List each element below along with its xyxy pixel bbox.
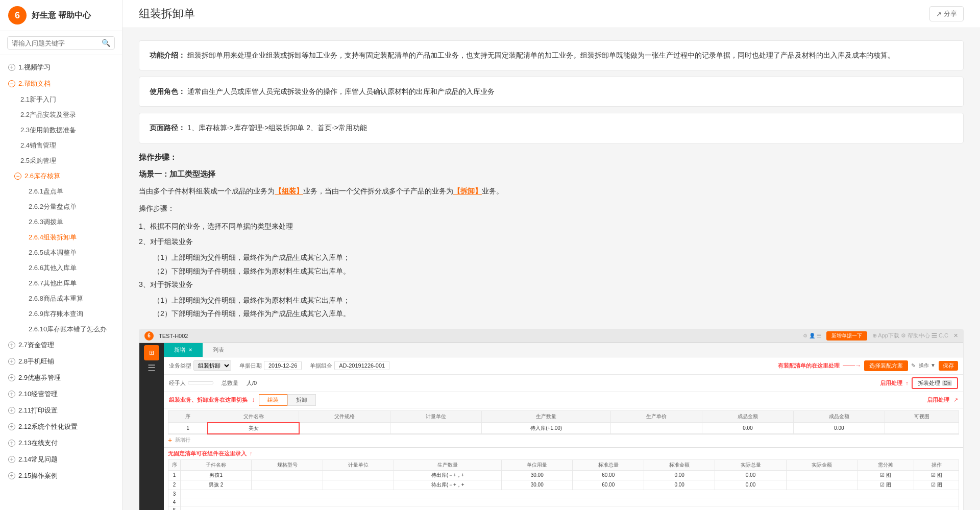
sub-td-empty <box>181 498 959 506</box>
menu-icon[interactable]: ☰ <box>148 362 156 374</box>
combo-value[interactable]: AD-20191226-001 <box>334 361 389 370</box>
sub-th-action: 操作 <box>914 459 959 470</box>
sidebar-subitem-label: 2.4销售管理 <box>20 141 56 150</box>
sidebar-subitem-install[interactable]: 2.2产品安装及登录 <box>0 107 122 123</box>
sidebar-item-custom[interactable]: + 2.12系统个性化设置 <box>0 419 122 435</box>
sidebar-subitem-newbie[interactable]: 2.1新手入门 <box>0 92 122 107</box>
sub-td-seq: 4 <box>168 498 181 506</box>
step2-2: （2）下部明细为子件明细，最终作为原材料生成其它出库单。 <box>139 264 964 278</box>
sub-table-area: 无固定清单可在组件在这里录入 ↑ 序 子件名称 规格型号 计量单位 <box>164 447 963 510</box>
tab-list[interactable]: 列表 <box>203 343 234 357</box>
path-block: 页面路径： 1、库存核算->库存管理->组装拆卸单 2、首页->常用功能 <box>139 113 964 143</box>
search-icon[interactable]: 🔍 <box>102 39 110 47</box>
feature-text: 组装拆卸单用来处理企业组装或拆卸等加工业务，支持有固定装配清单的产品加工业务，也… <box>187 51 895 59</box>
sidebar-sub2-assembly[interactable]: 2.6.4组装拆卸单 <box>0 230 122 245</box>
label: 2.6.2分量盘点单 <box>29 202 77 211</box>
btn-select-plan[interactable]: 选择装配方案 <box>864 360 908 371</box>
label: 2.6.9库存账本查询 <box>29 309 83 319</box>
td-finished-amt1: 0.00 <box>702 423 794 434</box>
label: 2.14常见问题 <box>18 455 58 464</box>
share-button[interactable]: ↗ 分享 <box>929 6 964 21</box>
sidebar-sub2-transfer[interactable]: 2.6.3调拨单 <box>0 214 122 230</box>
sidebar-sub2-partialstocktake[interactable]: 2.6.2分量盘点单 <box>0 199 122 214</box>
role-block: 使用角色： 通常由生产人员或库管人员完成拆装业务的操作，库管人员确认原材料的出库… <box>139 77 964 107</box>
sub-table-row-empty: 4 <box>168 498 959 506</box>
sidebar-subitem-label: 2.5采购管理 <box>20 156 56 165</box>
ops-steps-title: 操作步骤： <box>139 153 964 162</box>
sub-td-stdamt: 0.00 <box>644 480 715 490</box>
btn-enable[interactable]: 拆装处理 On <box>912 377 958 389</box>
sub-th-name: 子件名称 <box>181 459 252 470</box>
scene1-desc: 当由多个子件材料组装成一个成品的业务为【组装】业务，当由一个父件拆分成多个子产品… <box>139 184 964 198</box>
step2-1: （1）上部明细为父件明细，最终作为产成品生成其它入库单； <box>139 251 964 264</box>
th-finished-amt: 成品金额 <box>702 410 794 423</box>
sidebar-sub2-stocktake[interactable]: 2.6.1盘点单 <box>0 184 122 199</box>
sidebar-subitem-sales[interactable]: 2.4销售管理 <box>0 138 122 153</box>
titlebar-icons: ⚙ 👤 ☰ <box>803 333 821 338</box>
sidebar-subsection-inventory[interactable]: − 2.6库存核算 <box>0 168 122 184</box>
sidebar-item-label: 1.视频学习 <box>18 63 51 72</box>
sidebar-sub2-otherout[interactable]: 2.6.7其他出库单 <box>0 276 122 291</box>
new-btn[interactable]: 新增单据一下 <box>826 331 867 341</box>
sidebar-item-print[interactable]: + 2.11打印设置 <box>0 402 122 419</box>
app-left-icons: ⊞ ☰ <box>139 343 164 510</box>
steps-label: 操作步骤： <box>139 202 964 215</box>
sidebar-item-mobile[interactable]: + 2.8手机旺铺 <box>0 353 122 370</box>
tab-assembly[interactable]: 组装 <box>259 394 287 406</box>
sidebar-subitem-dataprep[interactable]: 2.3使用前数据准备 <box>0 123 122 138</box>
logo-icon: 6 <box>8 6 27 25</box>
main-header: 组装拆卸单 ↗ 分享 <box>122 0 980 28</box>
sidebar-item-cases[interactable]: + 2.15操作案例 <box>0 468 122 484</box>
plus-icon: + <box>8 456 15 463</box>
annotation1-text: 有装配清单的在这里处理 <box>778 362 840 370</box>
sub-td-unituse: 30.00 <box>502 480 573 490</box>
type-select[interactable]: 组装拆卸 <box>193 360 231 371</box>
sidebar-item-faq[interactable]: + 2.14常见问题 <box>0 451 122 468</box>
arrow-down: ↓ <box>252 396 255 403</box>
tab-disassembly[interactable]: 拆卸 <box>287 394 316 406</box>
td-seq: 1 <box>168 423 208 434</box>
sidebar-sub2-costcalc[interactable]: 2.6.8商品成本重算 <box>0 291 122 306</box>
sidebar-item-ops[interactable]: + 2.10经营管理 <box>0 386 122 402</box>
sidebar-subitem-purchase[interactable]: 2.5采购管理 <box>0 153 122 168</box>
search-input-wrap[interactable]: 🔍 <box>7 36 115 50</box>
sidebar-item-help[interactable]: − 2.帮助文档 <box>0 76 122 92</box>
sub-table-row: 2 男孩 2 待出库(－+，+ 30.00 60.00 0.00 0.00 <box>168 480 959 490</box>
type-tabs: 组装 拆卸 <box>259 394 316 406</box>
add-row-area: + 新增行 <box>168 434 959 445</box>
app-name: 好生意 帮助中心 <box>32 10 91 21</box>
add-icon[interactable]: + <box>168 436 172 444</box>
date-value[interactable]: 2019-12-26 <box>264 361 302 370</box>
window-close[interactable]: ✕ <box>953 332 958 339</box>
tab-close[interactable]: ✕ <box>188 347 192 353</box>
edit-icon[interactable]: ✎ <box>911 362 916 369</box>
feature-intro-block: 功能介绍： 组装拆卸单用来处理企业组装或拆卸等加工业务，支持有固定装配清单的产品… <box>139 40 964 70</box>
save-btn[interactable]: 保存 <box>939 361 958 371</box>
sub-table: 序 子件名称 规格型号 计量单位 生产数量 单位用量 标准总量 标准金额 实际总 <box>168 459 959 510</box>
screenshot-container: 6 TEST-H002 ⚙ 👤 ☰ 新增单据一下 ⊕ App下载 ⚙ 帮助中心 … <box>139 329 964 510</box>
sidebar-item-coupon[interactable]: + 2.9优惠券管理 <box>0 370 122 386</box>
sub-table-row: 1 男孩1 待出库(－+，+ 30.00 60.00 0.00 0.00 <box>168 470 959 480</box>
sub-td-unit <box>323 480 394 490</box>
sidebar-sub2-stockerror[interactable]: 2.6.10库存账本错了怎么办 <box>0 322 122 337</box>
th-finished-amt2: 成品金额 <box>793 410 885 423</box>
person-input[interactable] <box>188 381 213 384</box>
home-icon[interactable]: ⊞ <box>144 345 159 360</box>
sidebar-sub2-costadjust[interactable]: 2.6.5成本调整单 <box>0 245 122 260</box>
th-prod-qty: 生产数量 <box>482 410 611 423</box>
search-input[interactable] <box>12 39 102 47</box>
sidebar-item-finance[interactable]: + 2.7资金管理 <box>0 337 122 353</box>
form-group-combo: 单据组合 AD-20191226-001 <box>310 361 389 370</box>
sidebar-sub2-stockquery[interactable]: 2.6.9库存账本查询 <box>0 306 122 322</box>
sidebar-subitem-label: 2.2产品安装及登录 <box>20 110 76 119</box>
tab-new[interactable]: 新增 ✕ <box>164 343 203 357</box>
sidebar-item-video[interactable]: + 1.视频学习 <box>0 59 122 76</box>
sub-th-unituse: 单位用量 <box>502 459 573 470</box>
sub-td-actamt <box>786 470 857 480</box>
plus-icon: + <box>8 440 15 447</box>
sidebar-item-onlinepay[interactable]: + 2.13在线支付 <box>0 435 122 451</box>
label: 2.6.8商品成本重算 <box>29 294 83 303</box>
search-box: 🔍 <box>0 31 122 55</box>
sidebar-sub2-otherin[interactable]: 2.6.6其他入库单 <box>0 260 122 276</box>
tab-list-label: 列表 <box>213 347 224 353</box>
